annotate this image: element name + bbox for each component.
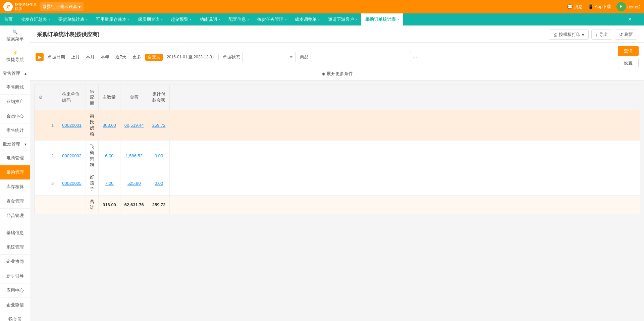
download-icon: 📱	[588, 4, 593, 9]
amount-link[interactable]: 525.80	[127, 181, 141, 186]
more-icon[interactable]: ···	[413, 55, 417, 60]
quantity-link[interactable]: 6.00	[105, 153, 113, 158]
sidebar-item-vip[interactable]: 畅会员	[0, 312, 30, 321]
row-num: 1	[47, 110, 58, 141]
footer-rownum	[47, 196, 58, 214]
sidebar: 🔍 搜索菜单 ⚡ 快捷导航 零售管理 ▲ 零售商城 营销推广 会员中心 零售统计…	[0, 25, 30, 321]
app-download-btn[interactable]: 📱 App下载	[588, 4, 611, 10]
table-header-row: ⚙ 往来单位编码 供应商 主数量 金额 累计付款金额	[35, 85, 640, 110]
shortcut-this-year[interactable]: 本年	[99, 53, 111, 61]
print-button[interactable]: 🖨 按模板打印 ▾	[549, 30, 589, 40]
workspace-selector[interactable]: 母婴行业演示账套 ▾	[40, 2, 84, 11]
close-icon[interactable]: ×	[86, 18, 88, 21]
filter-second-row: ⊕ 展开更多条件	[36, 68, 639, 77]
col-quantity: 主数量	[99, 85, 120, 110]
sidebar-item-ecommerce[interactable]: 电商管理	[0, 151, 30, 165]
export-button[interactable]: ↓ 导出	[591, 30, 612, 40]
quantity: 303.00	[99, 110, 120, 141]
gear-icon[interactable]: ⚙	[39, 95, 43, 100]
query-button[interactable]: 查询	[618, 46, 639, 56]
close-icon[interactable]: ×	[218, 18, 220, 21]
paid-amount-link[interactable]: 0.00	[155, 181, 163, 186]
amount-link[interactable]: 1,586.52	[125, 153, 143, 158]
settings-button[interactable]: 设置	[618, 58, 639, 68]
close-icon[interactable]: ×	[48, 18, 50, 21]
close-icon[interactable]: ×	[128, 18, 130, 21]
sidebar-item-retail-management[interactable]: 零售管理 ▲	[0, 67, 30, 80]
shortcut-more[interactable]: 更多	[130, 53, 143, 61]
sidebar-item-app-center[interactable]: 应用中心	[0, 283, 30, 298]
tab-cost-adjust[interactable]: 成本调整单 ×	[291, 13, 324, 25]
close-icon[interactable]: ×	[247, 18, 249, 21]
sidebar-item-stock[interactable]: 库存核算	[0, 180, 30, 194]
tab-pick-task[interactable]: 拣货任务管理 ×	[253, 13, 291, 25]
filter-toggle-btn[interactable]: ▶	[36, 53, 44, 61]
supplier-code-link[interactable]: 00020005	[62, 181, 82, 186]
close-icon[interactable]: ×	[161, 18, 163, 21]
tab-available-stock[interactable]: 可用量库存账本 ×	[92, 13, 134, 25]
tab-receive-summary[interactable]: 收发存汇总表 ×	[17, 13, 54, 25]
sidebar-item-retail-shop[interactable]: 零售商城	[0, 80, 30, 95]
close-icon[interactable]: ×	[397, 18, 399, 21]
paid-amount-link[interactable]: 0.00	[155, 153, 163, 158]
tab-invite-downstream[interactable]: 邀请下游客户 ×	[324, 13, 362, 25]
table-row[interactable]: 1 00020001 惠氏奶粉 303.00 60,519.44 259.72	[35, 110, 640, 141]
paid-amount-link[interactable]: 259.72	[152, 123, 166, 128]
refresh-button[interactable]: ↺ 刷新	[615, 30, 637, 40]
quantity-link[interactable]: 7.00	[105, 181, 113, 186]
tab-purchase-stats[interactable]: 采购订单统计表 ×	[361, 13, 403, 25]
supplier-code-link[interactable]: 00020001	[62, 123, 82, 128]
tab-function-desc[interactable]: 功能说明 ×	[196, 13, 224, 25]
table-row[interactable]: 3 00020005 好孩子 7.00 525.80 0.00	[35, 171, 640, 196]
expand-more-btn[interactable]: ⊕ 展开更多条件	[322, 71, 353, 77]
footer-quantity: 316.00	[99, 196, 120, 214]
sidebar-item-quick-nav[interactable]: ⚡ 快捷导航	[0, 46, 30, 67]
sidebar-item-finance[interactable]: 资金管理	[0, 194, 30, 209]
close-icon[interactable]: ×	[318, 18, 320, 21]
sidebar-item-wholesale[interactable]: 批发管理 ▼	[0, 138, 30, 151]
custom-date-badge[interactable]: 自定义	[145, 54, 163, 61]
nav-expand-btn[interactable]: □	[634, 15, 641, 24]
footer-paid-amount: 259.72	[148, 196, 170, 214]
goods-input[interactable]	[311, 52, 411, 62]
amount-link[interactable]: 60,519.44	[124, 123, 144, 128]
sidebar-item-basic-info[interactable]: 基础信息	[0, 226, 30, 240]
sidebar-item-new-guide[interactable]: 新手引导	[0, 269, 30, 283]
sidebar-item-search[interactable]: 🔍 搜索菜单	[0, 25, 30, 46]
user-menu[interactable]: E demo2	[616, 2, 641, 11]
sidebar-item-enterprise-coop[interactable]: 企业协同	[0, 255, 30, 269]
shortcut-7days[interactable]: 近7天	[113, 53, 128, 61]
col-supplier-code: 往来单位编码	[58, 85, 86, 110]
supplier-code: 00020001	[58, 110, 86, 141]
logo-icon: 好	[3, 2, 13, 11]
table-row[interactable]: 2 00020002 飞鹤奶粉 6.00 1,586.52 0.00	[35, 141, 640, 171]
sidebar-item-enterprise-wechat[interactable]: 企业微信	[0, 298, 30, 312]
tab-goods-stats[interactable]: 要货单统计表 ×	[54, 13, 92, 25]
col-extra	[170, 85, 640, 110]
chevron-down-icon: ⊕	[322, 71, 325, 76]
close-icon[interactable]: ×	[190, 18, 192, 21]
sidebar-item-marketing[interactable]: 营销推广	[0, 95, 30, 109]
sidebar-item-member-center[interactable]: 会员中心	[0, 109, 30, 123]
supplier-code-link[interactable]: 00020002	[62, 153, 82, 158]
tab-home[interactable]: 首页	[0, 13, 17, 25]
tab-shelf-query[interactable]: 保质期查询 ×	[134, 13, 167, 25]
sidebar-item-operations[interactable]: 经营管理	[0, 209, 30, 223]
tab-config-info[interactable]: 配置信息 ×	[224, 13, 253, 25]
shortcut-this-month[interactable]: 本月	[84, 53, 97, 61]
status-select[interactable]	[242, 52, 296, 62]
nav-close-btn[interactable]: ×	[626, 15, 633, 24]
supplier-name: 惠氏奶粉	[86, 110, 99, 141]
row-extra	[170, 171, 640, 196]
data-table: ⚙ 往来单位编码 供应商 主数量 金额 累计付款金额 1 00020001	[34, 85, 640, 214]
tab-overstock-warning[interactable]: 超储预警 ×	[167, 13, 196, 25]
quantity-link[interactable]: 303.00	[103, 123, 116, 128]
sidebar-item-sys-manage[interactable]: 系统管理	[0, 240, 30, 255]
close-icon[interactable]: ×	[356, 18, 358, 21]
shortcut-last-month[interactable]: 上月	[69, 53, 82, 61]
logo-area: 好 畅捷通好生意 标版	[3, 2, 37, 11]
close-icon[interactable]: ×	[285, 18, 287, 21]
message-btn[interactable]: 💬 消息	[567, 4, 583, 10]
sidebar-item-retail-stats[interactable]: 零售统计	[0, 123, 30, 138]
sidebar-item-purchase[interactable]: 采购管理	[0, 165, 30, 180]
